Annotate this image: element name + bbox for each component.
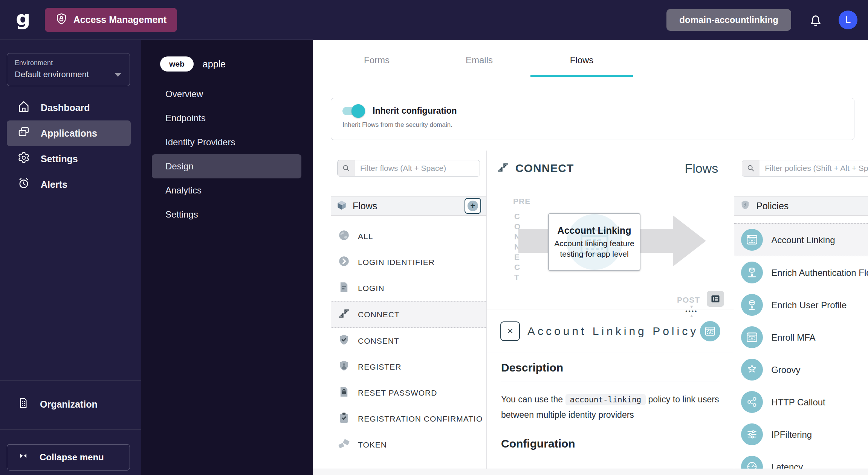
policy-item-groovy[interactable]: Groovy — [734, 353, 868, 386]
shield-check-icon — [338, 333, 350, 348]
app-nav-item-design[interactable]: Design — [152, 154, 301, 178]
tab-emails[interactable]: Emails — [428, 40, 530, 77]
sidebar-item-label: Applications — [41, 128, 97, 139]
layout-view-button[interactable] — [707, 291, 724, 307]
collapse-menu-button[interactable]: Collapse menu — [7, 444, 130, 470]
domain-button[interactable]: domain-accountlinking — [666, 9, 791, 31]
inherit-configuration-card: Inherit configuration Inherit Flows from… — [331, 98, 854, 140]
sidebar-item-applications[interactable]: Applications — [7, 120, 131, 146]
application-nav: Overview Endpoints Identity Providers De… — [141, 82, 313, 227]
configuration-heading: Configuration — [501, 437, 720, 450]
policy-code-chip: account-linking — [565, 394, 646, 405]
flow-item-all[interactable]: ALL — [331, 223, 486, 249]
shield-user-icon — [338, 359, 350, 374]
flow-list: ALL LOGIN IDENTIFIER — [331, 216, 486, 458]
flow-item-login[interactable]: LOGIN — [331, 275, 486, 301]
inherit-configuration-subtitle: Inherit Flows from the security domain. — [342, 121, 854, 129]
plus-icon: + — [468, 201, 478, 211]
sidebar-item-organization[interactable]: Organization — [7, 391, 131, 417]
app-nav-item-analytics[interactable]: Analytics — [152, 178, 301, 202]
divider — [0, 429, 141, 430]
policies-column: Policies Account Linking — [734, 151, 868, 469]
flow-item-connect[interactable]: CONNECT — [331, 301, 486, 328]
sidebar-item-settings[interactable]: Settings — [7, 146, 131, 172]
main-content: Forms Emails Flows Inherit configuration… — [313, 40, 868, 475]
app-nav-item-identity-providers[interactable]: Identity Providers — [152, 130, 301, 154]
gravitee-logo[interactable]: g — [16, 6, 31, 30]
designer-panel-title: Flows — [685, 161, 718, 176]
designer-header: CONNECT Flows — [487, 151, 734, 186]
applications-icon — [17, 126, 30, 141]
flow-arrow-right — [640, 229, 673, 253]
flow-arrow-head — [673, 215, 706, 266]
document-lock-icon — [338, 385, 350, 400]
policy-item-account-linking[interactable]: Account Linking — [734, 223, 868, 256]
app-nav-item-overview[interactable]: Overview — [152, 82, 301, 106]
sliders-icon — [741, 423, 763, 445]
policies-filter — [742, 160, 868, 177]
sidebar-item-label: Dashboard — [41, 102, 90, 113]
environment-label: Environment — [15, 59, 122, 67]
account-linking-policy-icon — [700, 321, 720, 341]
flows-filter — [337, 160, 480, 177]
user-avatar[interactable]: L — [839, 11, 857, 29]
document-icon — [338, 281, 350, 295]
app-nav-item-settings[interactable]: Settings — [152, 202, 301, 227]
flow-diagram[interactable]: PRE CONNECT — [487, 186, 734, 309]
divider — [0, 380, 141, 381]
environment-value: Default environment — [15, 70, 122, 79]
flow-item-consent[interactable]: CONSENT — [331, 328, 486, 354]
policies-filter-input[interactable] — [760, 160, 868, 176]
database-node-icon — [741, 294, 763, 316]
app-name: apple — [203, 59, 226, 70]
flow-item-register[interactable]: REGISTER — [331, 354, 486, 380]
application-header: web apple — [160, 56, 313, 72]
policy-item-http-callout[interactable]: HTTP Callout — [734, 386, 868, 418]
drag-handle[interactable]: ▼ •••• ▲ — [685, 304, 698, 318]
policy-item-enroll-mfa[interactable]: Enroll MFA — [734, 321, 868, 353]
tab-forms[interactable]: Forms — [326, 40, 428, 77]
policies-header-label: Policies — [756, 201, 789, 212]
sidebar-item-alerts[interactable]: Alerts — [7, 172, 131, 197]
flows-filter-input[interactable] — [355, 160, 480, 176]
divider — [501, 458, 720, 458]
policy-item-enrich-authentication-flow[interactable]: Enrich Authentication Flow — [734, 256, 868, 289]
close-icon[interactable]: × — [500, 321, 520, 341]
account-linking-node[interactable]: Account Linking Account linking feature … — [548, 213, 640, 271]
flow-item-token[interactable]: TOKEN — [331, 432, 486, 458]
chevron-down-icon — [115, 73, 121, 77]
flow-designer: CONNECT Flows PRE CONNECT — [487, 151, 734, 469]
inherit-configuration-toggle[interactable] — [342, 107, 363, 115]
app-nav-item-endpoints[interactable]: Endpoints — [152, 106, 301, 130]
flow-workspace: Flows + ALL — [313, 151, 868, 469]
window-plus-icon — [741, 326, 763, 348]
sidebar-item-label: Settings — [41, 154, 78, 164]
token-icon — [338, 437, 350, 452]
alarm-clock-icon — [17, 177, 30, 192]
primary-nav: Dashboard Applications — [0, 95, 141, 197]
flow-item-login-identifier[interactable]: LOGIN IDENTIFIER — [331, 249, 486, 275]
pre-step-label: PRE — [513, 197, 530, 206]
policy-item-ipfiltering[interactable]: IPFiltering — [734, 418, 868, 451]
post-step-label: POST — [677, 295, 700, 304]
collapse-icon — [18, 451, 28, 463]
flow-item-registration-confirmation[interactable]: REGISTRATION CONFIRMATIO — [331, 406, 486, 432]
flows-list-header: Flows + — [331, 196, 486, 216]
access-management-badge[interactable]: Access Management — [45, 8, 177, 32]
flow-item-reset-password[interactable]: RESET PASSWORD — [331, 380, 486, 406]
access-management-label: Access Management — [73, 14, 167, 25]
sidebar-item-dashboard[interactable]: Dashboard — [7, 95, 131, 120]
search-icon — [742, 160, 760, 176]
shield-lock-icon — [55, 13, 67, 27]
node-description: Account linking feature testing for app … — [549, 238, 640, 259]
list-layout-icon — [710, 294, 721, 304]
add-flow-button[interactable]: + — [465, 198, 481, 214]
collapse-menu-label: Collapse menu — [40, 452, 104, 463]
shield-bolt-icon — [740, 199, 751, 212]
search-icon — [338, 160, 355, 176]
tab-flows[interactable]: Flows — [530, 40, 633, 77]
environment-selector[interactable]: Environment Default environment — [7, 53, 130, 86]
share-nodes-icon — [741, 391, 763, 413]
notifications-bell-icon[interactable] — [808, 12, 824, 28]
policy-item-enrich-user-profile[interactable]: Enrich User Profile — [734, 289, 868, 321]
